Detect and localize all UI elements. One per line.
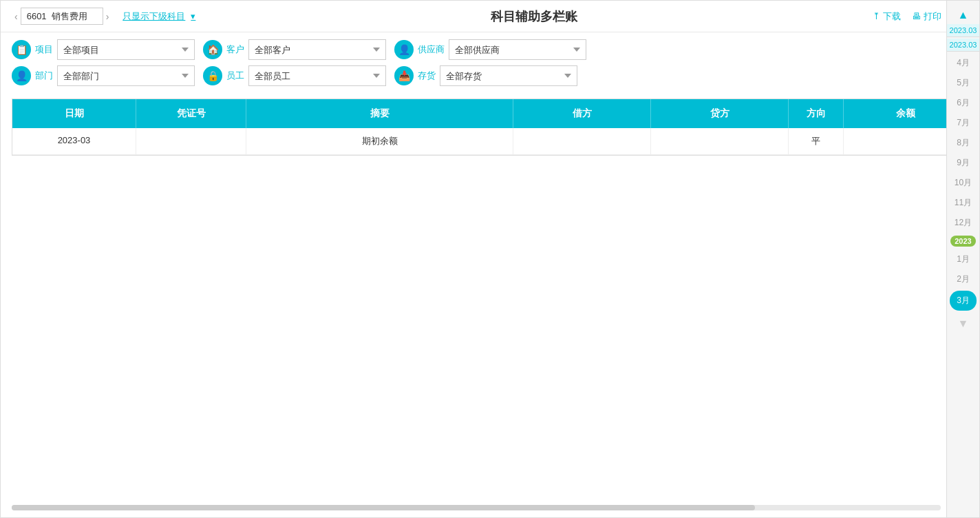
col-voucher: 凭证号: [136, 99, 246, 128]
download-label: 下载: [883, 10, 901, 23]
filter-employee: 🔒 员工 全部员工: [203, 65, 386, 86]
sidebar-month-1[interactable]: 1月: [947, 249, 979, 269]
customer-label: 客户: [226, 43, 244, 56]
page-title: 科目辅助多栏账: [195, 8, 873, 25]
sidebar-month-2023-03-top[interactable]: 2023.03: [947, 24, 979, 37]
filter-row-1: 📋 项目 全部项目 🏠 客户 全部客户 👤 供应商 全部供应商: [12, 39, 968, 60]
dept-icon: 👤: [12, 66, 31, 85]
sidebar-month-9[interactable]: 9月: [947, 153, 979, 173]
scrollbar-container: [12, 504, 941, 512]
filter-customer: 🏠 客户 全部客户: [203, 39, 386, 60]
account-code-input[interactable]: [21, 8, 103, 25]
prev-arrow[interactable]: ‹: [12, 10, 21, 23]
cell-credit: [651, 128, 789, 154]
supplier-icon: 👤: [394, 40, 414, 59]
col-direction: 方向: [789, 99, 844, 128]
sidebar-month-2[interactable]: 2月: [947, 269, 979, 289]
sidebar-month-6[interactable]: 6月: [947, 93, 979, 113]
sidebar-month-11[interactable]: 11月: [947, 193, 979, 213]
account-code-section: [21, 8, 103, 25]
filter-inventory: 📥 存货 全部存货: [394, 65, 577, 86]
dept-select[interactable]: 全部部门: [57, 65, 195, 86]
main-window: ‹ › 只显示下级科目 ▾ 科目辅助多栏账 ⤒ 下载 🖶 打印 ✕ 📋: [0, 0, 980, 518]
cell-debit: [513, 128, 651, 154]
inventory-label: 存货: [418, 70, 436, 82]
table-header: 日期 凭证号 摘要 借方 贷方 方向 余额: [12, 99, 968, 128]
employee-label: 员工: [226, 70, 244, 82]
print-icon: 🖶: [912, 11, 921, 21]
show-sub-arrow-icon: ▾: [191, 11, 195, 21]
filter-bar: 📋 项目 全部项目 🏠 客户 全部客户 👤 供应商 全部供应商: [1, 32, 979, 99]
show-sub-toggle[interactable]: 只显示下级科目 ▾: [122, 10, 195, 23]
supplier-label: 供应商: [418, 43, 445, 56]
print-button[interactable]: 🖶 打印: [912, 10, 941, 23]
filter-supplier: 👤 供应商 全部供应商: [394, 39, 586, 60]
employee-icon: 🔒: [203, 66, 222, 85]
download-button[interactable]: ⤒ 下载: [873, 10, 901, 23]
right-sidebar: ▲ 2023.03 2023.03 4月 5月 6月 7月 8月 9月 10月 …: [946, 1, 979, 518]
show-sub-label: 只显示下级科目: [122, 10, 185, 23]
main-table: 日期 凭证号 摘要 借方 贷方 方向 余额 2023-03 期初余额 平: [12, 99, 968, 156]
project-select[interactable]: 全部项目: [57, 39, 195, 60]
sidebar-month-2023-03-dup[interactable]: 2023.03: [947, 39, 979, 52]
cell-date: 2023-03: [12, 128, 136, 154]
dept-label: 部门: [35, 70, 53, 82]
sidebar-month-7[interactable]: 7月: [947, 113, 979, 133]
sidebar-month-4[interactable]: 4月: [947, 53, 979, 73]
sidebar-month-3[interactable]: 3月: [950, 291, 977, 311]
inventory-icon: 📥: [394, 66, 414, 85]
header: ‹ › 只显示下级科目 ▾ 科目辅助多栏账 ⤒ 下载 🖶 打印 ✕: [1, 1, 979, 32]
filter-row-2: 👤 部门 全部部门 🔒 员工 全部员工 📥 存货 全部存货: [12, 65, 968, 86]
sidebar-month-12[interactable]: 12月: [947, 213, 979, 233]
col-summary: 摘要: [246, 99, 513, 128]
filter-dept: 👤 部门 全部部门: [12, 65, 195, 86]
cell-voucher: [136, 128, 246, 154]
customer-icon: 🏠: [203, 40, 222, 59]
sidebar-month-10[interactable]: 10月: [947, 173, 979, 193]
project-label: 项目: [35, 43, 53, 56]
table-row: 2023-03 期初余额 平: [12, 128, 968, 155]
sidebar-down-arrow[interactable]: ▼: [958, 315, 969, 333]
project-icon: 📋: [12, 40, 31, 59]
employee-select[interactable]: 全部员工: [248, 65, 386, 86]
year-badge: 2023: [950, 236, 975, 247]
sidebar-month-8[interactable]: 8月: [947, 133, 979, 153]
col-debit: 借方: [513, 99, 651, 128]
sidebar-month-5[interactable]: 5月: [947, 73, 979, 93]
col-credit: 贷方: [651, 99, 789, 128]
table-body: 2023-03 期初余额 平: [12, 128, 968, 155]
sidebar-up-arrow[interactable]: ▲: [958, 6, 969, 24]
customer-select[interactable]: 全部客户: [248, 39, 386, 60]
supplier-select[interactable]: 全部供应商: [449, 39, 586, 60]
print-label: 打印: [924, 10, 941, 23]
filter-project: 📋 项目 全部项目: [12, 39, 195, 60]
cell-direction: 平: [789, 128, 844, 154]
cell-summary: 期初余额: [246, 128, 513, 154]
col-date: 日期: [12, 99, 136, 128]
download-icon: ⤒: [873, 11, 880, 21]
next-arrow[interactable]: ›: [103, 10, 112, 23]
scrollbar-track[interactable]: [12, 505, 941, 510]
scrollbar-thumb[interactable]: [12, 505, 755, 510]
inventory-select[interactable]: 全部存货: [440, 65, 577, 86]
